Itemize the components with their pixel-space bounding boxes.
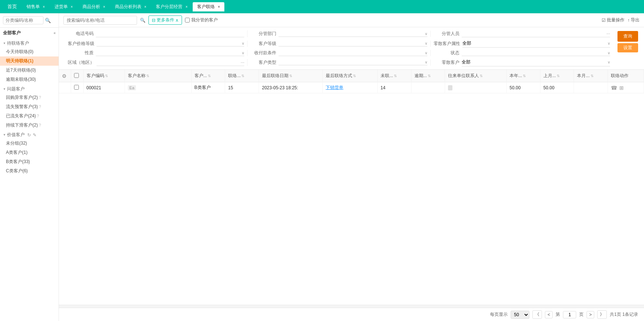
chevron-down-icon[interactable]: ∨ (242, 41, 244, 45)
sidebar-item-class-a[interactable]: A类客户(1) (0, 148, 59, 157)
close-icon[interactable]: × (43, 5, 45, 9)
th-code[interactable]: 客户编码⇅ (83, 70, 125, 82)
sort-icon: ⇅ (208, 74, 211, 78)
horizontal-scroll-bar[interactable] (59, 305, 644, 308)
th-action: 联络动作 (608, 70, 644, 82)
triangle-icon: ▼ (3, 133, 6, 137)
data-table-area: ⚙ 客户编码⇅ 客户名称⇅ 客户...⇅ 联络...⇅ 最后联络日期⇅ 最后联络… (59, 70, 644, 305)
first-page-button[interactable]: 《 (532, 310, 542, 319)
dots-icon[interactable]: ··· (606, 31, 610, 36)
close-icon[interactable]: × (71, 5, 73, 9)
filter-label-phone: 电话号码 (68, 31, 94, 37)
query-button[interactable]: 查询 (617, 31, 638, 42)
th-type[interactable]: 客户...⇅ (191, 70, 225, 82)
my-customers-checkbox[interactable]: 我分管的客户 (185, 17, 218, 23)
td-contact-person (445, 82, 507, 93)
sidebar-item-overdue[interactable]: 逾期未联络(30) (0, 75, 59, 84)
sidebar-item-churned[interactable]: 已流失客户(24) ? (0, 111, 59, 121)
top-nav: 首页 销售单 × 进货单 × 商品分析 × 商品分析列表 × 客户分层经营 × … (0, 0, 644, 13)
phone-input[interactable] (96, 31, 244, 36)
th-checkbox[interactable] (71, 70, 83, 82)
nav-item-sales[interactable]: 销售单 × (22, 2, 49, 11)
sidebar-item-declining[interactable]: 持续下滑客户(2) ? (0, 121, 59, 130)
nav-item-purchase[interactable]: 进货单 × (50, 2, 77, 11)
gear-icon[interactable]: ⚙ (62, 73, 67, 79)
chevron-down-icon[interactable]: ∨ (425, 41, 427, 45)
nav-item-customer-tier[interactable]: 客户分层经营 × (151, 2, 192, 11)
row-checkbox[interactable] (74, 85, 79, 90)
grid-action-icon[interactable]: ⊞ (619, 85, 624, 91)
select-all-checkbox[interactable] (74, 73, 79, 78)
chevron-down-icon[interactable]: ∨ (425, 32, 427, 36)
prev-page-button[interactable]: < (545, 311, 553, 318)
th-no-contact[interactable]: 未联...⇅ (377, 70, 411, 82)
search-icon[interactable]: 🔍 (140, 18, 146, 23)
batch-op-button[interactable]: ☑ 批量操作 (602, 17, 624, 23)
edit-icon[interactable]: ✎ (33, 132, 36, 138)
chevron-down-icon[interactable]: ∨ (608, 51, 610, 55)
nav-item-analysis[interactable]: 商品分析 × (78, 2, 110, 11)
th-this-year[interactable]: 本年...⇅ (507, 70, 540, 82)
sort-icon: ⇅ (394, 74, 397, 78)
td-name: Ea (125, 82, 191, 93)
th-gear[interactable]: ⚙ (59, 70, 71, 82)
chevron-down-icon[interactable]: ∨ (425, 60, 427, 64)
th-last-method[interactable]: 最后联络方式⇅ (323, 70, 378, 82)
nav-home[interactable]: 首页 (3, 2, 21, 11)
chevron-down-icon[interactable]: ∨ (608, 41, 610, 45)
sidebar-group-problem[interactable]: ▼ 问题客户 (0, 84, 59, 93)
nav-item-customer-contact[interactable]: 客户联络 × (193, 2, 224, 11)
sidebar-search-icon[interactable]: 🔍 (45, 18, 51, 23)
filter-label-region: 区域（地区） (68, 59, 94, 66)
triangle-icon: ▼ (3, 87, 6, 91)
dots-icon[interactable]: ··· (241, 60, 244, 65)
last-page-button[interactable]: 》 (597, 310, 607, 319)
sidebar-item-week[interactable]: 近7天待联络(0) (0, 66, 59, 75)
close-icon[interactable]: × (103, 5, 105, 9)
search-input[interactable] (63, 16, 137, 25)
phone-action-icon[interactable]: ☎ (611, 85, 617, 91)
th-contact-count[interactable]: 联络...⇅ (225, 70, 259, 82)
sidebar-item-ungrouped[interactable]: 未分组(32) (0, 139, 59, 148)
filter-payment: 收付款条件 ∨ (248, 50, 430, 56)
sidebar-group-pending[interactable]: ▼ 待联络客户 (0, 38, 59, 47)
chevron-down-icon[interactable]: ∨ (425, 51, 427, 55)
last-method-link[interactable]: 下销货单 (326, 85, 343, 90)
close-icon[interactable]: × (185, 5, 188, 9)
close-icon[interactable]: × (144, 5, 147, 9)
sidebar-item-today[interactable]: 今天待联络(0) (0, 47, 59, 56)
sidebar-item-class-b[interactable]: B类客户(33) (0, 157, 59, 166)
th-last-month[interactable]: 上月...⇅ (540, 70, 574, 82)
th-name[interactable]: 客户名称⇅ (125, 70, 191, 82)
refresh-icon[interactable]: ↻ (27, 132, 31, 138)
page-prefix-label: 第 (556, 311, 560, 318)
th-contact-person[interactable]: 往来单位联系人⇅ (445, 70, 507, 82)
sidebar-item-class-c[interactable]: C类客户(6) (0, 166, 59, 176)
page-number-input[interactable] (563, 311, 576, 318)
export-button[interactable]: ↑ 导出 (627, 17, 640, 23)
sidebar-group-value[interactable]: ▼ 价值客户 ↻ ✎ (0, 130, 59, 139)
sidebar-item-tomorrow[interactable]: 明天待联络(1) (0, 56, 59, 66)
sidebar-item-repurchase-anomaly[interactable]: 回购异常客户(2) ? (0, 93, 59, 102)
next-page-button[interactable]: > (587, 311, 594, 318)
filter-label-payment: 收付款条件 (251, 50, 276, 56)
sidebar-item-churn-warning[interactable]: 流失预警客户(3) ? (0, 102, 59, 111)
more-conditions-button[interactable]: ⊟ 更多条件 ∧ (148, 15, 182, 25)
close-icon[interactable]: × (218, 5, 220, 9)
chevron-down-icon[interactable]: ∨ (242, 51, 244, 55)
setting-button[interactable]: 设置 (617, 43, 638, 52)
nav-item-analysis-list[interactable]: 商品分析列表 × (111, 2, 151, 11)
td-action: ☎ ⊞ (608, 82, 644, 93)
page-size-select[interactable]: 50 100 200 (511, 311, 529, 319)
th-last-date[interactable]: 最后联络日期⇅ (259, 70, 323, 82)
sidebar-all-customers[interactable]: 全部客户 « (0, 28, 59, 38)
sidebar-search-input[interactable] (3, 16, 43, 24)
filter-row-4: 区域（地区） ··· 客户类型 ∨ (65, 58, 613, 66)
retail-value: 全部 (462, 59, 470, 65)
th-overdue[interactable]: 逾期...⇅ (411, 70, 445, 82)
sort-icon: ⇅ (557, 74, 560, 78)
sort-icon: ⇅ (480, 74, 483, 78)
chevron-down-icon[interactable]: ∨ (608, 60, 610, 64)
th-this-month[interactable]: 本月...⇅ (574, 70, 608, 82)
filter-status: 状态 ∨ (431, 50, 613, 56)
